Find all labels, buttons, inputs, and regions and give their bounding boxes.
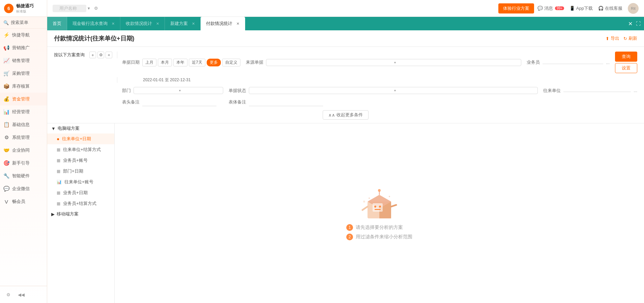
sidebar-item-guide[interactable]: 🎯 新手引导 (0, 157, 47, 170)
main-area: 用户名称 ▾ ⚙ 体验行业方案 💬 消息 99+ 📱 App下载 🎧 在线客服 … (47, 0, 644, 303)
date-btn-last-month[interactable]: 上月 (142, 59, 156, 66)
tab-new-scheme-close[interactable]: ✕ (192, 22, 195, 26)
scheme-item-dept-date-icon: ▦ (57, 169, 60, 174)
tab-cash-flow[interactable]: 现金银行流水查询 ✕ (67, 17, 120, 30)
svg-line-10 (391, 205, 396, 207)
dept-select[interactable]: ▾ (134, 87, 223, 94)
system-icon: ⚙ (3, 134, 9, 141)
avatar[interactable]: Rit (628, 3, 639, 14)
dept-label: 部门 (122, 88, 131, 94)
date-btn-custom[interactable]: 自定义 (222, 59, 240, 66)
app-logo-icon: 6 (4, 4, 13, 13)
sidebar-item-hardware[interactable]: 🔧 智能硬件 (0, 170, 47, 182)
mobile-scheme-label: 移动端方案 (57, 211, 79, 217)
tab-close-all[interactable]: ✕ (628, 21, 633, 27)
filter-settings-btn[interactable]: 设置 (615, 63, 637, 73)
header-notes-input[interactable] (142, 98, 216, 106)
scheme-item-partner-settlement[interactable]: ▦ 往来单位+结算方式 (47, 144, 114, 155)
page-title: 付款情况统计(往来单位+日期) (54, 34, 135, 42)
scheme-item-salesperson-account[interactable]: ▦ 业务员+账号 (47, 155, 114, 166)
tab-cash-flow-close[interactable]: ✕ (112, 22, 115, 26)
date-btn-more[interactable]: 更多 (207, 59, 221, 66)
hint-1-text: 请先选择要分析的方案 (356, 224, 403, 231)
sidebar-collapse-btn[interactable]: ◀◀ (16, 290, 26, 300)
partner-field[interactable] (563, 89, 631, 92)
online-service-btn[interactable]: 🎧 在线客服 (598, 5, 622, 11)
scheme-item-partner-date[interactable]: ● 往来单位+日期 (47, 133, 114, 144)
sidebar-settings-btn[interactable]: ⚙ (3, 290, 13, 300)
sidebar-item-sales[interactable]: 📈 销售管理 (0, 54, 47, 67)
notification-icon: 💬 (537, 6, 543, 11)
salesperson-dots[interactable]: ... (606, 60, 610, 65)
dropdown-icon[interactable]: ▾ (88, 6, 90, 11)
scheme-item-salesperson-settlement-icon: ▦ (57, 201, 60, 206)
scheme-item-salesperson-settlement-label: 业务员+结算方式 (63, 201, 96, 207)
tab-payment-stats[interactable]: 付款情况统计 ✕ (201, 17, 245, 30)
tab-home[interactable]: 首页 (47, 17, 67, 30)
settings-icon[interactable]: ⚙ (94, 6, 98, 11)
scheme-settings-btn[interactable]: ⚙ (97, 52, 104, 58)
search-menu[interactable]: 🔍 搜索菜单 (0, 17, 47, 29)
date-btn-current-month[interactable]: 本月 (158, 59, 172, 66)
quick-nav-icon: ⚡ (3, 32, 9, 38)
sidebar-item-operations[interactable]: 📊 经营管理 (0, 105, 47, 118)
app-download-btn[interactable]: 📱 App下载 (569, 5, 593, 11)
mobile-scheme-group-header[interactable]: ▶ 移动端方案 (47, 209, 114, 219)
svg-line-9 (362, 207, 368, 210)
collapse-conditions-btn[interactable]: ∧∧ 收起更多条件 (323, 110, 369, 120)
salesperson-field[interactable] (543, 61, 603, 64)
app-info: 畅捷通巧 标准版 (16, 3, 34, 14)
sidebar-label-vip: 畅会员 (12, 199, 25, 205)
desktop-scheme-group-header[interactable]: ▼ 电脑端方案 (47, 123, 114, 133)
hint-1-num: 1 (346, 224, 353, 231)
tab-collection[interactable]: 收款情况统计 ✕ (120, 17, 165, 30)
add-scheme-btn[interactable]: + (89, 52, 96, 58)
sidebar-label-inventory: 库存核算 (12, 83, 30, 89)
sidebar-item-vip[interactable]: V 畅会员 (0, 195, 47, 208)
tab-payment-stats-close[interactable]: ✕ (236, 22, 239, 26)
sidebar-item-wechat[interactable]: 💬 企业微信 (0, 182, 47, 195)
tab-new-scheme[interactable]: 新建方案 ✕ (165, 17, 201, 30)
scheme-panel-title: 按以下方案查询 (54, 52, 85, 58)
scheme-item-salesperson-date[interactable]: ▦ 业务员+日期 (47, 187, 114, 198)
voucher-status-label: 单据状态 (229, 88, 246, 94)
try-industry-btn[interactable]: 体验行业方案 (498, 3, 534, 13)
body-notes-input[interactable] (249, 98, 323, 106)
search-menu-label: 搜索菜单 (11, 20, 28, 26)
empty-hint-2: 2 用过滤条件来缩小分析范围 (346, 234, 412, 240)
sidebar-item-cooperation[interactable]: 🤝 企业协同 (0, 144, 47, 157)
date-btn-last7days[interactable]: 近7天 (189, 59, 205, 66)
tab-home-label: 首页 (53, 21, 61, 27)
dept-chevron-icon: ▾ (179, 89, 219, 92)
sidebar-item-quick-nav[interactable]: ⚡ 快捷导航 (0, 29, 47, 41)
sidebar-label-basic-info: 基础信息 (12, 122, 30, 128)
refresh-btn[interactable]: ↻ 刷新 (623, 35, 637, 41)
export-btn[interactable]: ⬆ 导出 (606, 35, 619, 41)
date-btn-current-year[interactable]: 本年 (173, 59, 187, 66)
sidebar-footer: ⚙ ◀◀ (0, 286, 47, 303)
sidebar-item-marketing[interactable]: 📢 营销推广 (0, 41, 47, 54)
voucher-status-select[interactable]: ▾ (249, 87, 538, 94)
sidebar-item-purchase[interactable]: 🛒 采购管理 (0, 67, 47, 80)
sidebar-item-finance[interactable]: 💰 资金管理 (0, 93, 47, 105)
tab-maximize[interactable]: ⛶ (636, 21, 641, 26)
scheme-item-dept-date[interactable]: ▦ 部门+日期 (47, 166, 114, 177)
refresh-icon: ↻ (623, 36, 627, 41)
collapse-up-icon: ∧∧ (328, 113, 335, 118)
service-icon: 🎧 (598, 6, 604, 11)
scheme-collapse-btn[interactable]: « (106, 52, 112, 58)
sidebar-item-basic-info[interactable]: 📋 基础信息 (0, 118, 47, 131)
export-icon: ⬆ (606, 36, 609, 41)
scheme-item-salesperson-settlement[interactable]: ▦ 业务员+结算方式 (47, 198, 114, 209)
query-btn[interactable]: 查询 (615, 52, 637, 62)
scheme-item-partner-account[interactable]: 📊 往来单位+账号 (47, 177, 114, 187)
tab-collection-close[interactable]: ✕ (156, 22, 159, 26)
hint-2-num: 2 (346, 234, 353, 240)
partner-dots[interactable]: ... (634, 88, 637, 93)
sidebar-item-inventory[interactable]: 📦 库存核算 (0, 80, 47, 93)
svg-point-13 (363, 201, 365, 203)
sidebar-item-system[interactable]: ⚙ 系统管理 (0, 131, 47, 144)
notification-btn[interactable]: 💬 消息 99+ (537, 5, 564, 11)
source-select[interactable]: ▾ (266, 59, 521, 66)
right-content: 1 请先选择要分析的方案 2 用过滤条件来缩小分析范围 (115, 123, 644, 303)
